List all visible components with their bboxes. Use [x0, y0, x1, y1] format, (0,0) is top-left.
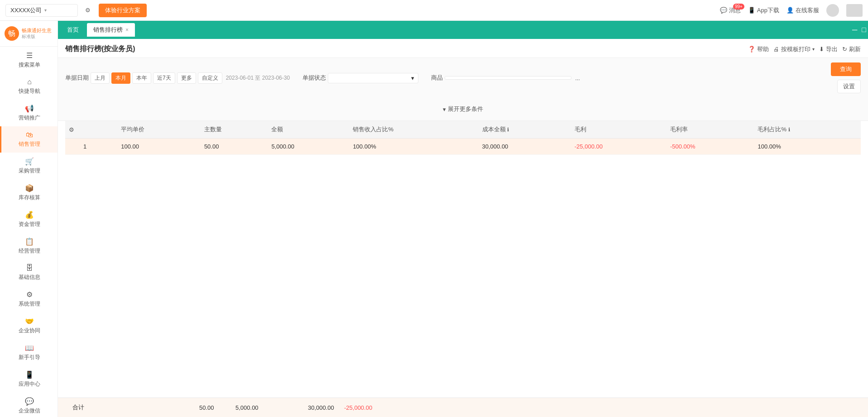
nav-base-info-label: 基础信息: [19, 273, 40, 281]
sidebar-item-operations[interactable]: 📋 经营管理: [0, 233, 58, 259]
query-button[interactable]: 查询: [831, 62, 861, 76]
sidebar-item-inventory[interactable]: 📦 库存核算: [0, 179, 58, 206]
message-button[interactable]: 💬 消息 99+: [720, 6, 741, 14]
try-industry-button[interactable]: 体验行业方案: [99, 4, 147, 17]
tab-maximize-icon[interactable]: □: [862, 26, 866, 34]
nav-operations-label: 经营管理: [19, 247, 40, 255]
nav-enterprise-wechat-icon: 💬: [25, 397, 34, 406]
nav-quick-nav-label: 快捷导航: [19, 87, 40, 95]
tab-home[interactable]: 首页: [60, 22, 86, 38]
status-select[interactable]: ▾: [328, 73, 418, 83]
footer-amount: 5,000.00: [232, 403, 268, 413]
employee-cell: [98, 139, 117, 155]
date-prev-month-btn[interactable]: 上月: [91, 72, 110, 84]
col-sales-pct: 销售收入占比%: [349, 121, 478, 139]
sidebar-item-system[interactable]: ⚙ 系统管理: [0, 286, 58, 312]
nav-operations-icon: 📋: [25, 237, 34, 246]
ellipsis-btn[interactable]: ...: [575, 75, 580, 81]
profit-cell: -25,000.00: [571, 139, 667, 155]
date-cur-month-btn[interactable]: 本月: [111, 72, 130, 84]
tab-minimize-icon[interactable]: ─: [852, 26, 857, 34]
col-quantity: 主数量: [201, 121, 268, 139]
nav-marketing-icon: 📢: [25, 104, 34, 113]
avg-price-cell: 100.00: [117, 139, 201, 155]
logo-sub: 标准版: [22, 34, 52, 40]
logo-icon: 畅: [5, 26, 19, 41]
expand-more-btn[interactable]: ▾ 展开更多条件: [443, 102, 483, 116]
col-employee: [98, 121, 117, 139]
nav-base-info-icon: 🗄: [26, 264, 33, 272]
refresh-icon: ↻: [842, 46, 847, 53]
filter-bar: 单据日期 上月 本月 本年 近7天 更多 自定义 2023-06-01 至 20…: [58, 58, 868, 121]
tab-close-icon[interactable]: ×: [125, 27, 129, 33]
sidebar-item-base-info[interactable]: 🗄 基础信息: [0, 259, 58, 286]
expand-label: 展开更多条件: [448, 105, 483, 113]
sidebar-item-app-center[interactable]: 📱 应用中心: [0, 366, 58, 393]
tab-label: 销售排行榜: [93, 26, 123, 34]
tab-bar: 首页 销售排行榜 × ─ □: [58, 21, 868, 39]
date-7days-btn[interactable]: 近7天: [153, 72, 175, 84]
amount-cell: 5,000.00: [268, 139, 349, 155]
export-button[interactable]: ⬇ 导出: [819, 45, 838, 53]
template-print-button[interactable]: 🖨 按模板打印 ▾: [773, 45, 815, 53]
status-label: 单据状态: [302, 74, 326, 82]
status-select-arrow: ▾: [411, 75, 414, 81]
user-name[interactable]: [846, 4, 863, 17]
sidebar-item-new-guide[interactable]: 📖 新手引导: [0, 339, 58, 366]
col-settings[interactable]: ⚙: [65, 121, 80, 139]
table-header-row: ⚙ 平均单价 主数量 全额 销售收入占比% 成本全额 ℹ 毛利 毛利率 毛利: [65, 121, 861, 139]
nav-app-center-icon: 📱: [25, 370, 34, 379]
cost-info-icon[interactable]: ℹ: [507, 127, 509, 132]
nav-purchase-icon: 🛒: [25, 157, 34, 166]
help-button[interactable]: ❓ 帮助: [748, 45, 769, 53]
set-button[interactable]: 设置: [837, 80, 861, 93]
sidebar-item-marketing[interactable]: 📢 营销推广: [0, 100, 58, 126]
nav-finance-icon: 💰: [25, 211, 34, 219]
footer-profit: -25,000.00: [340, 403, 377, 413]
footer-quantity: 50.00: [196, 403, 232, 413]
goods-label: 商品: [431, 74, 443, 82]
company-selector[interactable]: XXXXX公司 ▾: [5, 4, 78, 17]
help-icon: ❓: [748, 46, 755, 53]
settings-cell: [65, 139, 80, 155]
chevron-down-icon: ▾: [44, 8, 47, 13]
avatar[interactable]: [826, 4, 839, 17]
nav-inventory-icon: 📦: [25, 184, 34, 192]
nav-app-center-label: 应用中心: [19, 380, 40, 388]
sidebar-item-quick-nav[interactable]: ⌂ 快捷导航: [0, 73, 58, 100]
goods-filter-group: 商品 ...: [431, 74, 580, 82]
page-title: 销售排行榜(按业务员): [65, 44, 135, 54]
message-badge: 99+: [733, 4, 744, 10]
settings-icon[interactable]: ⚙: [82, 5, 94, 15]
col-cost: 成本全额 ℹ: [479, 121, 571, 139]
expand-icon: ▾: [443, 106, 446, 113]
nav-sales-label: 销售管理: [19, 140, 40, 148]
sidebar-item-sales[interactable]: 🛍 销售管理: [0, 126, 58, 153]
profit-pct-info-icon[interactable]: ℹ: [788, 127, 790, 132]
status-filter-group: 单据状态 ▾: [302, 73, 418, 83]
date-more-btn[interactable]: 更多: [177, 72, 196, 84]
sidebar-item-enterprise-wechat[interactable]: 💬 企业微信: [0, 393, 58, 417]
nav-new-guide-icon: 📖: [25, 344, 34, 352]
date-year-btn[interactable]: 本年: [132, 72, 151, 84]
sidebar-item-purchase[interactable]: 🛒 采购管理: [0, 153, 58, 179]
goods-input[interactable]: [445, 76, 571, 80]
nav-search-icon: ☰: [26, 51, 33, 60]
app-download-button[interactable]: 📱 App下载: [748, 6, 779, 14]
sidebar-item-finance[interactable]: 💰 资金管理: [0, 206, 58, 233]
service-icon: 👤: [786, 7, 794, 14]
refresh-label: 刷新: [849, 45, 861, 53]
footer-spacer: [123, 406, 159, 409]
refresh-button[interactable]: ↻ 刷新: [842, 45, 861, 53]
date-custom-btn[interactable]: 自定义: [198, 72, 222, 84]
tab-sales-ranking[interactable]: 销售排行榜 ×: [87, 23, 135, 37]
nav-new-guide-label: 新手引导: [19, 354, 40, 361]
sidebar-item-search[interactable]: ☰ 搜索菜单: [0, 47, 58, 73]
app-download-label: App下载: [757, 6, 779, 14]
online-service-button[interactable]: 👤 在线客服: [786, 6, 819, 14]
sidebar-item-enterprise-collab[interactable]: 🤝 企业协同: [0, 312, 58, 339]
table-gear-icon[interactable]: ⚙: [69, 126, 74, 133]
company-name: XXXXX公司: [10, 6, 42, 14]
online-service-label: 在线客服: [796, 6, 819, 14]
help-label: 帮助: [757, 45, 769, 53]
